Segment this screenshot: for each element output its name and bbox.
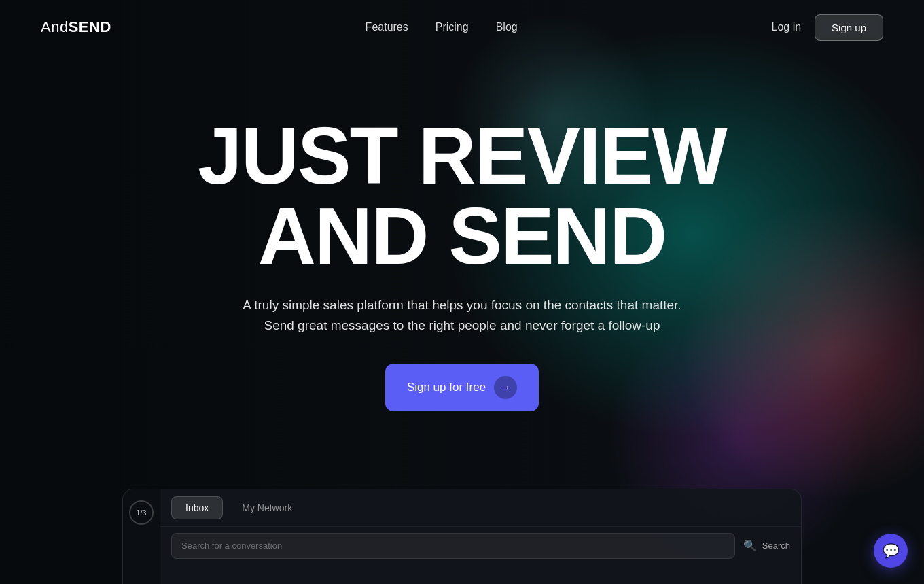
tab-inbox[interactable]: Inbox xyxy=(171,496,223,519)
preview-tabs: Inbox My Network xyxy=(160,489,801,527)
preview-search-button[interactable]: 🔍 Search xyxy=(743,539,790,552)
search-icon: 🔍 xyxy=(743,539,757,552)
chat-support-button[interactable]: 💬 xyxy=(874,534,908,568)
preview-search-area: Search for a conversation 🔍 Search xyxy=(160,527,801,564)
nav-link-features[interactable]: Features xyxy=(366,21,408,33)
app-preview: 1/3 Inbox My Network Search for a conver… xyxy=(122,489,802,584)
nav-actions: Log in Sign up xyxy=(772,14,883,41)
chat-icon: 💬 xyxy=(883,543,900,559)
preview-sidebar: 1/3 xyxy=(123,489,160,584)
hero-section: JUST REVIEW AND SEND A truly simple sale… xyxy=(0,54,924,411)
logo[interactable]: AndSEND xyxy=(41,18,111,36)
logo-suffix: SEND xyxy=(69,18,111,35)
tab-my-network[interactable]: My Network xyxy=(228,497,306,519)
hero-title-line2: AND SEND xyxy=(258,191,666,281)
preview-search-placeholder: Search for a conversation xyxy=(181,540,282,551)
nav-link-blog[interactable]: Blog xyxy=(496,21,518,33)
cta-button[interactable]: Sign up for free → xyxy=(385,364,539,411)
nav-link-pricing[interactable]: Pricing xyxy=(436,21,469,33)
search-button-label: Search xyxy=(762,540,790,551)
nav-links: Features Pricing Blog xyxy=(366,21,518,33)
logo-text: AndSEND xyxy=(41,18,111,36)
arrow-icon: → xyxy=(494,376,517,399)
hero-subtitle-line2: Send great messages to the right people … xyxy=(264,318,660,332)
hero-title: JUST REVIEW AND SEND xyxy=(198,116,726,276)
preview-main: Inbox My Network Search for a conversati… xyxy=(160,489,801,584)
navbar: AndSEND Features Pricing Blog Log in Sig… xyxy=(0,0,924,54)
cta-label: Sign up for free xyxy=(407,381,486,394)
preview-search-bar[interactable]: Search for a conversation xyxy=(171,533,735,559)
hero-subtitle: A truly simple sales platform that helps… xyxy=(243,295,681,337)
signup-button[interactable]: Sign up xyxy=(815,14,883,41)
hero-subtitle-line1: A truly simple sales platform that helps… xyxy=(243,298,681,312)
login-button[interactable]: Log in xyxy=(772,21,802,33)
preview-counter: 1/3 xyxy=(129,500,154,525)
hero-title-line1: JUST REVIEW xyxy=(198,111,726,201)
logo-prefix: And xyxy=(41,18,69,35)
